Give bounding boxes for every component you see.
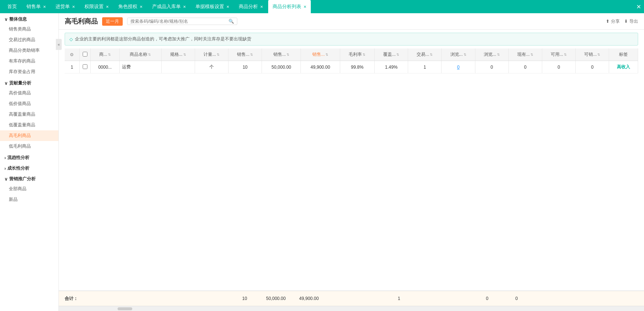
row-checkbox[interactable] (79, 61, 90, 73)
table-container: ⚙ 商... ⇅ 商品名称 (59, 48, 644, 290)
sidebar-group-trend[interactable]: › 流趋性分析 (0, 152, 58, 162)
sidebar-item-low-margin[interactable]: 低毛利商品 (0, 141, 58, 152)
footer-sales-amount: 50,000.00 (259, 296, 292, 301)
footer-trade: 1 (384, 296, 414, 301)
sort-icon[interactable]: ⇅ (363, 53, 366, 57)
row-name: 运费 (120, 61, 162, 73)
sellable-col-header: 可销... ⇅ (576, 48, 609, 61)
row-unit: 个 (195, 61, 228, 73)
sidebar-group-growth[interactable]: › 成长性分析 (0, 162, 58, 173)
table-row: 1 0000... 运费 个 10 50,000.00 49,900.00 99… (65, 61, 638, 73)
tab-template[interactable]: 单据模板设置 ✕ (191, 0, 234, 13)
row-code: 0000... (90, 61, 120, 73)
footer-sales-cost: 49,900.00 (292, 296, 325, 301)
sidebar-item-low-value[interactable]: 低价值商品 (0, 98, 58, 109)
share-button[interactable]: ⬆ 分享 (606, 18, 620, 25)
sort-icon[interactable]: ⇅ (530, 53, 533, 57)
sort-icon[interactable]: ⇅ (396, 53, 399, 57)
tab-roles[interactable]: 角色授权 ✕ (114, 0, 147, 13)
content-header: 高毛利商品 近一月 🔍 ⬆ 分享 ⬇ 导出 (59, 13, 644, 30)
checkbox-col-header[interactable] (79, 48, 90, 61)
sort-icon[interactable]: ⇅ (148, 53, 151, 57)
sales-qty-col-header: 销售... ⇅ (229, 48, 262, 61)
close-icon[interactable]: ✕ (260, 5, 263, 9)
settings-col-header[interactable]: ⚙ (65, 48, 79, 61)
row-tag: 高收入 (609, 61, 638, 73)
trade-col-header: 交易... ⇅ (408, 48, 442, 61)
sidebar-item-low-coverage[interactable]: 低覆盖量商品 (0, 120, 58, 130)
row-current-stock: 0 (508, 61, 542, 73)
sort-icon[interactable]: ⇅ (108, 53, 111, 57)
sidebar-group-overall[interactable]: ∨ 整体信息 (0, 13, 58, 24)
sidebar-item-in-stock[interactable]: 有库存的商品 (0, 56, 58, 66)
header-actions: ⬆ 分享 ⬇ 导出 (606, 18, 638, 25)
export-icon: ⬇ (624, 19, 628, 24)
tag-col-header: 标签 (609, 48, 638, 61)
footer-sales-qty: 10 (230, 296, 259, 301)
tab-product-analysis-list[interactable]: 商品分析列表 ✕ (268, 0, 311, 13)
select-all-checkbox[interactable] (83, 52, 87, 57)
export-button[interactable]: ⬇ 导出 (624, 18, 638, 25)
settings-icon[interactable]: ⚙ (70, 52, 74, 57)
tab-inbound[interactable]: 产成品入库单 ✕ (148, 0, 190, 13)
sidebar-item-high-coverage[interactable]: 高覆盖量商品 (0, 109, 58, 120)
view1-col-header: 浏览... ⇅ (442, 48, 475, 61)
row-sales-cost: 49,900.00 (301, 61, 340, 73)
footer-current-stock: 0 (472, 296, 502, 301)
footer-available-stock: 0 (502, 296, 531, 301)
search-icon[interactable]: 🔍 (229, 19, 234, 24)
sidebar-item-traded-products[interactable]: 交易过的商品 (0, 35, 58, 45)
row-view1[interactable]: 0 (442, 61, 475, 73)
chevron-down-icon: ∨ (4, 177, 8, 182)
sort-icon[interactable]: ⇅ (564, 53, 567, 57)
row-index: 1 (65, 61, 79, 73)
sort-icon[interactable]: ⇅ (217, 53, 220, 57)
close-icon[interactable]: ✕ (72, 5, 75, 9)
row-trade: 1 (408, 61, 442, 73)
sidebar-item-new-products[interactable]: 新品 (0, 194, 58, 205)
tab-home[interactable]: 首页 (3, 0, 21, 13)
window-close-button[interactable]: ✕ (636, 3, 641, 10)
chevron-right-icon: › (4, 155, 6, 160)
view2-col-header: 浏览... ⇅ (475, 48, 508, 61)
sidebar-group-contribution[interactable]: ∨ 贡献量分析 (0, 77, 58, 88)
tab-sales[interactable]: 销售单 ✕ (22, 0, 50, 13)
close-icon[interactable]: ✕ (43, 5, 46, 9)
sidebar-group-marketing[interactable]: ∨ 营销推广分析 (0, 173, 58, 184)
close-icon[interactable]: ✕ (303, 5, 306, 9)
tab-purchase[interactable]: 进货单 ✕ (51, 0, 79, 13)
name-col-header: 商品名称 ⇅ (120, 48, 162, 61)
filter-recent-month-button[interactable]: 近一月 (102, 17, 123, 26)
sort-icon[interactable]: ⇅ (464, 53, 467, 57)
search-input[interactable] (130, 19, 227, 24)
tab-permissions[interactable]: 权限设置 ✕ (80, 0, 113, 13)
sort-icon[interactable]: ⇅ (430, 53, 433, 57)
current-stock-col-header: 现有... ⇅ (508, 48, 542, 61)
row-select-checkbox[interactable] (83, 64, 87, 69)
sidebar-item-high-value[interactable]: 高价值商品 (0, 88, 58, 98)
unit-col-header: 计量... ⇅ (195, 48, 228, 61)
row-gross-margin: 99.8% (340, 61, 374, 73)
close-icon[interactable]: ✕ (106, 5, 109, 9)
sidebar-item-sales-products[interactable]: 销售类商品 (0, 24, 58, 35)
sidebar-collapse-button[interactable]: « (56, 39, 62, 50)
close-icon[interactable]: ✕ (140, 5, 143, 9)
sidebar-item-category-rate[interactable]: 商品分类助销率 (0, 45, 58, 56)
row-spec (161, 61, 195, 73)
tab-product-analysis[interactable]: 商品分析 ✕ (234, 0, 267, 13)
sort-icon[interactable]: ⇅ (597, 53, 600, 57)
sort-icon[interactable]: ⇅ (325, 53, 328, 57)
row-sellable: 0 (576, 61, 609, 73)
horizontal-scrollbar[interactable] (59, 306, 644, 311)
close-icon[interactable]: ✕ (226, 5, 229, 9)
close-icon[interactable]: ✕ (183, 5, 186, 9)
sort-icon[interactable]: ⇅ (183, 53, 186, 57)
row-available-stock: 0 (542, 61, 576, 73)
sidebar-item-high-margin[interactable]: 高毛利商品 (0, 130, 58, 141)
sort-icon[interactable]: ⇅ (250, 53, 253, 57)
sort-icon[interactable]: ⇅ (287, 53, 289, 57)
sidebar-item-all-products[interactable]: 全部商品 (0, 184, 58, 194)
sort-icon[interactable]: ⇅ (497, 53, 500, 57)
sidebar-item-stock-capital[interactable]: 库存资金占用 (0, 66, 58, 77)
chevron-down-icon: ∨ (4, 17, 8, 22)
